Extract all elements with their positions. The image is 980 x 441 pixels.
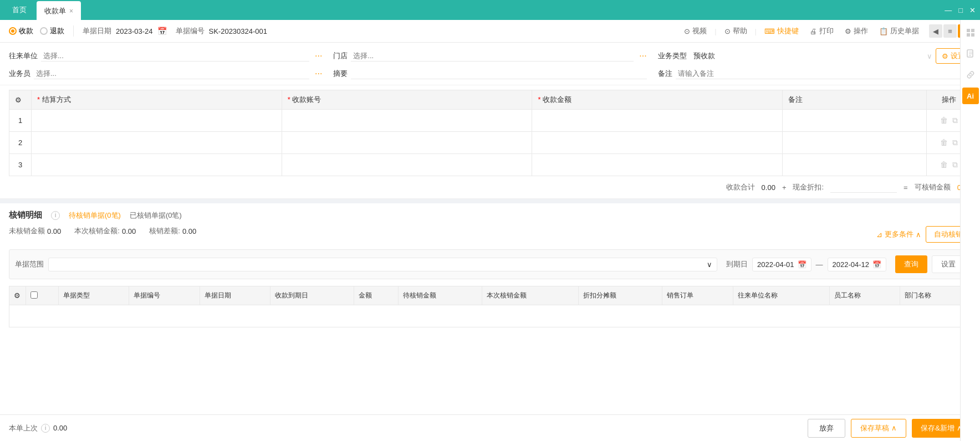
diff-value: 0.00 [182, 227, 196, 235]
row-1-remark[interactable] [783, 110, 927, 132]
shortcut-icon: ⌨ [764, 27, 775, 35]
store-more-icon[interactable]: ··· [639, 51, 646, 61]
tab-home[interactable]: 首页 [4, 0, 34, 20]
row-3-remark[interactable] [783, 154, 927, 176]
doc-icon [966, 49, 975, 58]
save-draft-button[interactable]: 保存草稿 ∧ [851, 419, 906, 438]
print-btn[interactable]: 🖨 打印 [807, 25, 837, 37]
reconcile-title: 核销明细 [9, 210, 42, 221]
row-2-copy-icon[interactable]: ⧉ [952, 138, 958, 147]
remark-label: 备注 [658, 69, 672, 79]
filter-icon: ⊿ [876, 230, 882, 239]
doc-date-label: 单据日期 [83, 26, 111, 36]
ai-label: Ai [967, 92, 974, 100]
batch-label: 本单上次 [9, 423, 38, 433]
row-2-remark[interactable] [783, 132, 927, 154]
counterparty-more-icon[interactable]: ··· [315, 51, 322, 61]
done-tab[interactable]: 已核销单据(0笔) [130, 211, 182, 221]
sidebar-ai-btn[interactable]: Ai [962, 88, 979, 104]
staff-more-icon[interactable]: ··· [315, 69, 322, 79]
pending-tab[interactable]: 待核销单据(0笔) [69, 211, 121, 221]
more-conditions-btn[interactable]: ⊿ 更多条件 ∧ [876, 229, 921, 239]
sidebar-link-btn[interactable] [962, 66, 979, 83]
total-label: 收款合计 [726, 182, 755, 192]
save-new-label: 保存&新增 [921, 423, 955, 433]
discount-input[interactable] [830, 182, 897, 193]
row-3-copy-icon[interactable]: ⧉ [952, 160, 958, 170]
th-remark-label: 备注 [788, 95, 803, 104]
staff-input[interactable] [34, 68, 309, 79]
reconcile-info-icon[interactable]: i [51, 211, 60, 220]
store-input[interactable] [351, 50, 634, 61]
th-doc-no: 单据编号 [129, 286, 200, 305]
row-1-delete-icon[interactable]: 🗑 [940, 116, 948, 125]
minimize-icon[interactable]: — [945, 6, 952, 14]
table-gear-icon[interactable]: ⚙ [9, 90, 32, 110]
date-to-input[interactable]: 2022-04-12 📅 [828, 258, 887, 271]
row-1-settle[interactable] [32, 110, 282, 132]
doc-date-calendar-icon[interactable]: 📅 [157, 27, 167, 35]
auto-reconcile-label: 自动核销 [934, 230, 963, 238]
row-1-amount[interactable] [532, 110, 783, 132]
reconcile-header: 核销明细 i 待核销单据(0笔) 已核销单据(0笔) [9, 210, 971, 221]
counterparty-input[interactable] [41, 50, 309, 61]
row-3-amount[interactable] [532, 154, 783, 176]
history-btn[interactable]: 📋 历史单据 [876, 25, 922, 37]
filter-row: 单据范围 ∨ 到期日 2022-04-01 📅 — 2022-04-12 📅 [9, 249, 971, 279]
th-doc-type: 单据类型 [58, 286, 129, 305]
counterparty-field: 往来单位 ··· [9, 50, 322, 61]
video-btn[interactable]: ⊙ 视频 [681, 25, 710, 37]
row-3-delete-icon[interactable]: 🗑 [940, 160, 948, 170]
row-3-settle[interactable] [32, 154, 282, 176]
print-label: 打印 [819, 26, 834, 36]
close-icon[interactable]: ✕ [969, 6, 976, 14]
summary-input[interactable] [351, 68, 646, 79]
row-2-delete-icon[interactable]: 🗑 [940, 138, 948, 147]
th-operation-label: 操作 [942, 95, 956, 104]
bottom-table: ⚙ 单据类型 单据编号 单据日期 收款到期日 金额 待核销金额 本次核销金额 折… [9, 286, 971, 327]
operation-btn[interactable]: ⚙ 操作 [841, 25, 871, 37]
th-gear-icon[interactable]: ⚙ [14, 291, 21, 300]
row-2-account[interactable] [282, 132, 532, 154]
tab-bar: 首页 收款单 × — □ ✕ [0, 0, 980, 20]
query-button[interactable]: 查询 [895, 255, 927, 273]
sidebar-doc-btn[interactable] [962, 45, 979, 62]
business-type-value: 预收款 [693, 51, 923, 61]
bottom-table-header-row: ⚙ 单据类型 单据编号 单据日期 收款到期日 金额 待核销金额 本次核销金额 折… [9, 286, 971, 305]
chevron-up-icon: ∧ [916, 230, 921, 239]
range-filter-select[interactable]: ∨ [48, 258, 717, 271]
th-settle-method-label: 结算方式 [37, 95, 71, 104]
view-icon-list[interactable]: ≡ [943, 24, 957, 38]
row-1-account[interactable] [282, 110, 532, 132]
help-btn[interactable]: ⊙ 帮助 [721, 25, 751, 37]
sidebar-grid-btn[interactable] [962, 24, 979, 41]
maximize-icon[interactable]: □ [958, 6, 963, 14]
date-from-input[interactable]: 2022-04-01 📅 [752, 258, 811, 271]
available-label: 可核销金额 [915, 182, 951, 192]
uncancelled-label: 未核销金额 [9, 226, 45, 236]
filter-settings-label: 设置 [941, 260, 956, 268]
form-row-2: 业务员 ··· 摘要 备注 [9, 68, 971, 79]
shortcut-btn[interactable]: ⌨ 快捷键 [761, 25, 802, 37]
more-conditions-label: 更多条件 [885, 229, 913, 239]
view-icon-prev[interactable]: ◀ [929, 24, 942, 38]
select-all-checkbox[interactable] [30, 291, 38, 299]
tab-active-label: 收款单 [44, 6, 66, 16]
row-3-account[interactable] [282, 154, 532, 176]
tab-active[interactable]: 收款单 × [37, 1, 81, 21]
grid-icon [966, 28, 975, 37]
row-1-copy-icon[interactable]: ⧉ [952, 116, 958, 125]
form-row-1: 往来单位 ··· 门店 ··· 业务类型 预收款 ∨ ⚙ 设置 [9, 48, 971, 64]
svg-rect-2 [967, 33, 970, 37]
batch-info-icon[interactable]: i [41, 424, 50, 433]
print-icon: 🖨 [810, 27, 817, 35]
discard-button[interactable]: 放弃 [808, 419, 845, 438]
row-2-amount[interactable] [532, 132, 783, 154]
business-type-arrow-icon[interactable]: ∨ [927, 52, 932, 60]
tab-close-icon[interactable]: × [69, 7, 73, 15]
remark-input[interactable] [676, 68, 971, 79]
radio-refund[interactable]: 退款 [40, 26, 64, 36]
table-section: ⚙ 结算方式 收款账号 收款金额 备注 操作 [0, 85, 980, 176]
radio-receipt[interactable]: 收款 [9, 26, 33, 36]
row-2-settle[interactable] [32, 132, 282, 154]
